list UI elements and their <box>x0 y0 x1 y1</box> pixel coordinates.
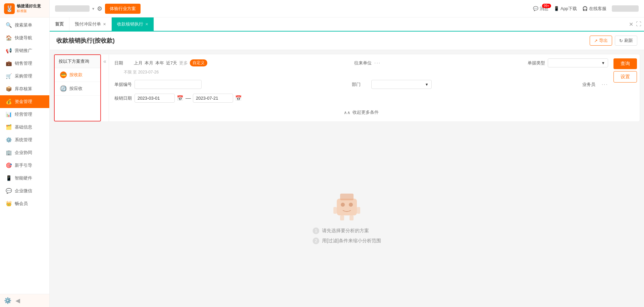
refresh-button[interactable]: ↻ 刷新 <box>615 36 637 46</box>
app-download-btn[interactable]: 📱 App下载 <box>554 6 577 12</box>
tab-expand-icon[interactable]: ⛶ <box>636 21 641 27</box>
sidebar-item-member[interactable]: 👑 畅会员 <box>0 197 49 210</box>
sidebar-item-hardware[interactable]: 📱 智能硬件 <box>0 172 49 185</box>
sidebar-item-quick-nav[interactable]: 🏠 快捷导航 <box>0 32 49 44</box>
sidebar-item-finance[interactable]: 💰 资金管理 <box>0 95 49 108</box>
tab-receivable[interactable]: 收款核销执行 ✕ <box>112 17 154 31</box>
svg-point-3 <box>349 203 353 207</box>
date-range-note: 不限 至 2023-07-26 <box>124 70 159 74</box>
date-this-year[interactable]: 本年 <box>155 60 164 66</box>
filter-collapse-toggle[interactable]: « <box>101 54 109 121</box>
step-2-icon: 2 <box>313 238 319 244</box>
purchase-icon: 🛒 <box>5 73 12 79</box>
member-icon: 👑 <box>5 201 12 207</box>
enterprise-icon: 🏢 <box>5 150 12 156</box>
svg-rect-6 <box>340 215 344 220</box>
settings-button[interactable]: 设置 <box>613 71 637 83</box>
calendar-start-icon[interactable]: 📅 <box>177 95 183 101</box>
main-area: ██████ ▾ ⚙ 体验行业方案 💬 消息 99+ 📱 App下载 🎧 在线客… <box>50 0 644 307</box>
sidebar-label: 企业协同 <box>15 150 32 156</box>
industry-btn[interactable]: 体验行业方案 <box>105 4 141 14</box>
sidebar-item-purchase[interactable]: 🛒 采购管理 <box>0 70 49 83</box>
tab-close-icon[interactable]: ✕ <box>145 22 148 27</box>
wechat-icon: 💬 <box>5 188 12 194</box>
date-this-month[interactable]: 本月 <box>145 60 153 66</box>
date-7days[interactable]: 近7天 <box>166 60 177 66</box>
marketing-icon: 📢 <box>5 48 12 54</box>
sidebar-label: 销售管理 <box>15 60 32 66</box>
bill-type-label: 单据类型 <box>528 60 545 66</box>
sidebar-item-guide[interactable]: 🎯 新手引导 <box>0 159 49 172</box>
salesperson-dots[interactable]: ··· <box>602 82 608 88</box>
date-custom-tag[interactable]: 自定义 <box>190 59 207 66</box>
svg-rect-5 <box>357 207 360 214</box>
date-last-month[interactable]: 上月 <box>134 60 143 66</box>
export-button[interactable]: ↗ 导出 <box>590 36 612 46</box>
sidebar-item-enterprise[interactable]: 🏢 企业协同 <box>0 146 49 159</box>
sidebar-label: 新手引导 <box>15 162 32 168</box>
verify-date-end-input[interactable] <box>193 94 233 103</box>
gear-icon[interactable]: ⚙ <box>97 5 102 12</box>
receipt-icon: 💳 <box>60 71 67 78</box>
export-icon: ↗ <box>594 38 598 43</box>
counterparty-dots[interactable]: ··· <box>374 60 381 66</box>
department-select[interactable]: ▾ <box>371 80 432 89</box>
sidebar-label: 企业微信 <box>15 188 32 194</box>
tab-home[interactable]: 首页 <box>50 17 69 31</box>
settings-footer-icon[interactable]: ⚙️ <box>4 297 11 304</box>
filter-fields: 日期 上月 本月 本年 近7天 更多 自定义 往来单位 ··· <box>109 54 613 121</box>
sidebar-item-sales[interactable]: 💼 销售管理 <box>0 57 49 70</box>
tab-label: 首页 <box>55 21 64 27</box>
sales-icon: 💼 <box>5 60 12 66</box>
sidebar-item-wechat[interactable]: 💬 企业微信 <box>0 185 49 197</box>
logo-sub: 标准版 <box>17 9 41 13</box>
content-area: 收款核销执行(按收款) ↗ 导出 ↻ 刷新 按以下方案查询 💳 按收款 <box>50 32 644 307</box>
message-btn[interactable]: 💬 消息 99+ <box>533 6 548 12</box>
system-icon: ⚙️ <box>5 137 12 143</box>
sidebar-item-marketing[interactable]: 📢 营销推广 <box>0 44 49 57</box>
chevron-down-icon: ▾ <box>426 82 428 87</box>
tab-window-close-icon[interactable]: ✕ <box>629 21 633 28</box>
page-title: 收款核销执行(按收款) <box>56 37 115 45</box>
service-label: 在线客服 <box>589 6 606 12</box>
filter-container: 按以下方案查询 💳 按收款 🔄 按应收 « 日期 <box>54 54 640 122</box>
svg-rect-7 <box>350 215 354 220</box>
tab-prepay[interactable]: 预付冲应付单 ✕ <box>69 17 112 31</box>
collapse-sidebar-icon[interactable]: ◀ <box>15 297 20 304</box>
sidebar-item-basic[interactable]: 🗂️ 基础信息 <box>0 121 49 134</box>
app-label: App下载 <box>560 6 577 12</box>
verify-date-start-input[interactable] <box>135 94 175 103</box>
filter-row-3: 核销日期 📅 — 📅 <box>114 94 608 103</box>
filter-option-label: 按应收 <box>69 86 83 92</box>
filter-option-by-receipt[interactable]: 💳 按收款 <box>55 68 100 82</box>
bill-type-select[interactable]: ▾ <box>548 58 608 67</box>
calendar-end-icon[interactable]: 📅 <box>235 95 242 101</box>
sidebar-label: 营销推广 <box>15 48 32 54</box>
sidebar-item-business[interactable]: 📊 经营管理 <box>0 108 49 121</box>
online-service-btn[interactable]: 🎧 在线客服 <box>582 6 606 12</box>
collapse-icon: « <box>103 58 106 64</box>
filter-sidebar-header: 按以下方案查询 <box>55 55 100 68</box>
bill-no-input[interactable] <box>135 80 202 89</box>
sidebar-item-search[interactable]: 🔍 搜索菜单 <box>0 19 49 32</box>
date-label: 日期 <box>114 60 131 66</box>
app-icon: 📱 <box>554 6 559 11</box>
collapse-more-button[interactable]: ∧∧ 收起更多条件 <box>114 107 608 117</box>
collapse-up-icon: ∧∧ <box>344 110 351 115</box>
sidebar: 🐰 畅捷通好生意 标准版 🔍 搜索菜单 🏠 快捷导航 📢 营销推广 💼 销售管理… <box>0 0 50 307</box>
date-more[interactable]: 更多 <box>179 60 188 66</box>
topbar-username: ██████ <box>55 5 90 12</box>
sidebar-label: 库存核算 <box>15 86 32 92</box>
home-icon: 🏠 <box>5 35 12 41</box>
verify-date-label: 核销日期 <box>114 95 132 101</box>
chevron-down-icon[interactable]: ▾ <box>92 6 94 11</box>
filter-option-by-receivable[interactable]: 🔄 按应收 <box>55 82 100 96</box>
query-button[interactable]: 查询 <box>613 58 637 69</box>
tab-close-icon[interactable]: ✕ <box>103 22 106 27</box>
sidebar-item-inventory[interactable]: 📦 库存核算 <box>0 83 49 95</box>
sidebar-item-system[interactable]: ⚙️ 系统管理 <box>0 134 49 146</box>
svg-rect-4 <box>333 207 337 214</box>
hint-1-text: 请先选择要分析的方案 <box>322 228 369 234</box>
page-header: 收款核销执行(按收款) ↗ 导出 ↻ 刷新 <box>50 32 644 50</box>
tab-label: 预付冲应付单 <box>75 21 101 27</box>
